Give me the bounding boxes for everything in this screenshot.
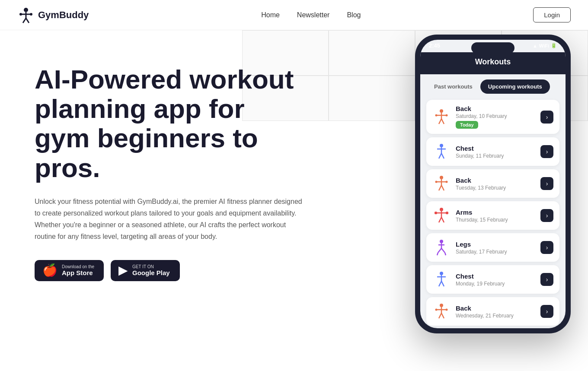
workout-date-7: Wednesday, 21 February bbox=[456, 313, 535, 319]
chest-exercise-icon-2 bbox=[433, 271, 450, 288]
svg-rect-29 bbox=[435, 212, 437, 214]
svg-rect-30 bbox=[446, 212, 448, 214]
app-store-text: Download on the App Store bbox=[62, 264, 94, 277]
workout-icon-back-2 bbox=[432, 174, 451, 193]
workout-arrow-3[interactable]: › bbox=[540, 177, 553, 190]
back-exercise-icon bbox=[433, 108, 450, 126]
logo-text: GymBuddy bbox=[38, 10, 89, 21]
nav-home[interactable]: Home bbox=[261, 11, 280, 19]
chest-exercise-icon bbox=[433, 143, 450, 160]
workout-tabs: Past workouts Upcoming workouts bbox=[420, 74, 566, 97]
app-store-button[interactable]: 🍎 Download on the App Store bbox=[35, 260, 104, 281]
workout-icon-back-3 bbox=[432, 302, 451, 320]
svg-line-36 bbox=[438, 248, 441, 253]
workout-info-4: Arms Thursday, 15 February bbox=[456, 209, 535, 223]
apple-icon: 🍎 bbox=[42, 264, 58, 276]
workout-date-4: Thursday, 15 February bbox=[456, 217, 535, 223]
workout-date-6: Monday, 19 February bbox=[456, 281, 535, 287]
workout-name-3: Back bbox=[456, 177, 535, 184]
svg-point-23 bbox=[446, 181, 448, 183]
google-play-button[interactable]: ▶ GET IT ON Google Play bbox=[111, 260, 180, 281]
phone-status-icons: ▲ WiFi 🔋 bbox=[533, 43, 557, 48]
workout-icon-chest-2 bbox=[432, 270, 451, 289]
google-play-sub: GET IT ON bbox=[132, 264, 170, 269]
svg-line-31 bbox=[439, 217, 441, 222]
hero-description: Unlock your fitness potential with GymBu… bbox=[35, 196, 307, 243]
workout-card-5: Legs Saturday, 17 February › bbox=[426, 233, 559, 262]
phone-notch bbox=[471, 42, 514, 54]
workout-info-3: Back Tuesday, 13 February bbox=[456, 177, 535, 191]
hero-section: AI-Powered workout planning app for gym … bbox=[0, 30, 588, 371]
workout-arrow-6[interactable]: › bbox=[540, 273, 553, 286]
svg-line-12 bbox=[439, 119, 441, 124]
wifi-icon: WiFi bbox=[539, 43, 549, 48]
workout-name-1: Back bbox=[456, 105, 535, 112]
nav-blog[interactable]: Blog bbox=[347, 11, 361, 19]
workout-info-2: Chest Sunday, 11 February bbox=[456, 145, 535, 159]
svg-line-6 bbox=[26, 18, 29, 23]
hero-left: AI-Powered workout planning app for gym … bbox=[0, 30, 329, 307]
workout-arrow-5[interactable]: › bbox=[540, 241, 553, 254]
signal-icon: ▲ bbox=[533, 43, 537, 48]
play-icon: ▶ bbox=[118, 264, 128, 276]
svg-line-13 bbox=[441, 119, 444, 124]
workout-date-1: Saturday, 10 February bbox=[456, 113, 535, 119]
workout-icon-chest-1 bbox=[432, 143, 451, 161]
svg-line-50 bbox=[439, 313, 441, 318]
nav-newsletter[interactable]: Newsletter bbox=[297, 11, 330, 19]
back-exercise-icon-2 bbox=[433, 175, 450, 192]
hero-title: AI-Powered workout planning app for gym … bbox=[35, 65, 307, 183]
svg-point-10 bbox=[435, 114, 438, 116]
app-store-sub: Download on the bbox=[62, 264, 94, 269]
workout-info-5: Legs Saturday, 17 February bbox=[456, 241, 535, 255]
svg-point-14 bbox=[440, 144, 443, 147]
svg-point-4 bbox=[30, 13, 32, 16]
svg-line-24 bbox=[439, 185, 441, 190]
workout-arrow-4[interactable]: › bbox=[540, 209, 553, 222]
svg-line-38 bbox=[437, 253, 438, 255]
svg-point-0 bbox=[24, 8, 28, 12]
workout-info-6: Chest Monday, 19 February bbox=[456, 273, 535, 287]
screen-title: Workouts bbox=[475, 57, 511, 66]
bg-square-2 bbox=[329, 30, 415, 76]
svg-line-39 bbox=[445, 253, 446, 255]
navbar: GymBuddy Home Newsletter Blog Login bbox=[0, 0, 588, 30]
workout-card-6: Chest Monday, 19 February › bbox=[426, 265, 559, 294]
workout-name-6: Chest bbox=[456, 273, 535, 280]
svg-line-51 bbox=[441, 313, 444, 318]
login-button[interactable]: Login bbox=[533, 7, 571, 22]
svg-line-17 bbox=[439, 153, 441, 159]
phone-screen: 2:45 ▲ WiFi 🔋 Workouts Past workouts Upc… bbox=[420, 40, 566, 328]
svg-point-22 bbox=[435, 181, 438, 183]
svg-point-26 bbox=[440, 208, 443, 211]
svg-line-25 bbox=[441, 185, 444, 190]
workout-icon-back-1 bbox=[432, 108, 451, 126]
past-workouts-tab[interactable]: Past workouts bbox=[426, 79, 480, 94]
svg-line-37 bbox=[441, 248, 445, 253]
svg-point-19 bbox=[440, 176, 443, 179]
svg-point-40 bbox=[440, 272, 443, 275]
today-badge: Today bbox=[456, 121, 478, 129]
legs-exercise-icon bbox=[433, 239, 450, 256]
logo[interactable]: GymBuddy bbox=[17, 6, 89, 24]
workout-arrow-7[interactable]: › bbox=[540, 305, 553, 318]
app-store-name: App Store bbox=[62, 269, 94, 277]
phone-outer: 2:45 ▲ WiFi 🔋 Workouts Past workouts Upc… bbox=[415, 35, 571, 333]
svg-line-5 bbox=[23, 18, 26, 23]
svg-line-44 bbox=[441, 281, 444, 286]
svg-point-11 bbox=[446, 114, 448, 116]
svg-point-48 bbox=[435, 309, 438, 311]
workout-name-4: Arms bbox=[456, 209, 535, 216]
workout-card-1: Back Saturday, 10 February Today › bbox=[426, 100, 559, 134]
phone-time: 2:45 bbox=[429, 42, 440, 49]
workout-icon-arms bbox=[432, 206, 451, 225]
workout-list: Back Saturday, 10 February Today › bbox=[420, 97, 566, 328]
workout-arrow-2[interactable]: › bbox=[540, 145, 553, 158]
svg-point-33 bbox=[440, 240, 443, 243]
svg-point-7 bbox=[440, 109, 443, 113]
google-play-name: Google Play bbox=[132, 269, 170, 277]
workout-arrow-1[interactable]: › bbox=[540, 111, 553, 124]
upcoming-workouts-tab[interactable]: Upcoming workouts bbox=[480, 79, 550, 94]
workout-name-2: Chest bbox=[456, 145, 535, 152]
workout-date-2: Sunday, 11 February bbox=[456, 153, 535, 159]
